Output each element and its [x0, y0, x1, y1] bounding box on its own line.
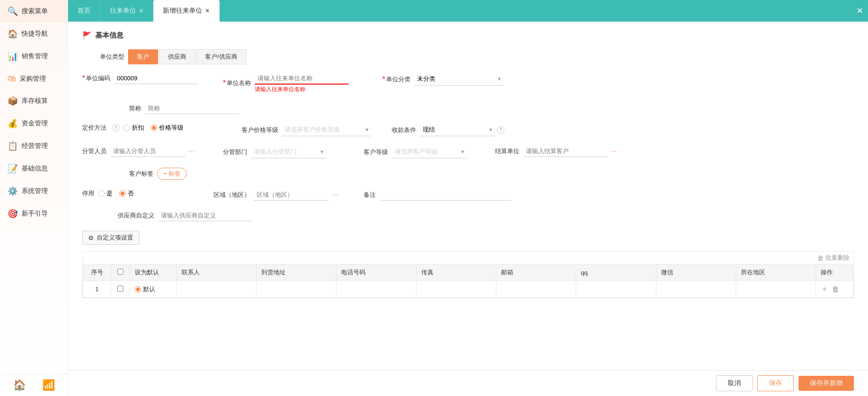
row-supplier-custom: 供应商自定义 — [82, 210, 854, 223]
alias-input[interactable] — [145, 103, 239, 114]
disabled-radio-yes[interactable]: 是 — [98, 189, 113, 198]
department-select[interactable]: 请输入分管部门 ▾ — [251, 146, 326, 158]
section-title-text: 基本信息 — [95, 31, 123, 40]
name-label: 单位名称 — [227, 79, 251, 87]
supplier-custom-input[interactable] — [158, 210, 252, 221]
td-contact — [177, 281, 257, 298]
tab-partner-list-label: 往来单位 — [110, 7, 136, 15]
region-table-input[interactable] — [741, 286, 811, 293]
payment-help-icon[interactable]: ? — [497, 126, 504, 134]
tab-new-partner-close[interactable]: ✕ — [205, 8, 210, 14]
customer-price-label: 客户价格等级 — [242, 126, 278, 134]
td-default: 默认 — [130, 281, 177, 298]
save-new-button[interactable]: 保存并新增 — [799, 376, 854, 391]
sidebar-item-basic-info[interactable]: 📝 基础信息 — [0, 157, 68, 180]
row-pricing: 定价方法 ? 折扣 价格等级 客户价格等级 请选择客户价格等级 — [82, 124, 854, 138]
td-fax — [416, 281, 496, 298]
unit-type-supplier[interactable]: 供应商 — [159, 49, 195, 64]
code-required-star: * — [82, 74, 85, 83]
name-input[interactable] — [255, 73, 349, 85]
manager-input[interactable] — [110, 146, 185, 157]
th-email: 邮箱 — [496, 264, 576, 281]
manager-more-btn[interactable]: ··· — [188, 147, 194, 155]
bottom-bar: 取消 保存 保存并新增 — [68, 370, 868, 396]
settlement-input[interactable] — [523, 146, 608, 157]
sidebar-stats-btn[interactable]: 📶 — [42, 379, 55, 391]
sidebar-item-newbie[interactable]: 🎯 新手引导 — [0, 202, 68, 225]
sidebar-item-system[interactable]: ⚙️ 系统管理 — [0, 180, 68, 202]
th-checkbox — [111, 264, 130, 281]
region-input[interactable] — [254, 189, 329, 201]
pricing-radio-discount-label: 折扣 — [132, 124, 144, 132]
supplier-custom-label: 供应商自定义 — [118, 211, 154, 220]
sidebar-item-inventory[interactable]: 📦 库存核算 — [0, 90, 68, 112]
department-chevron-icon: ▾ — [320, 148, 323, 155]
add-row-btn[interactable]: ＋ — [821, 284, 828, 294]
row-alias: 简称 — [82, 103, 854, 116]
tab-partner-list[interactable]: 往来单位 ✕ — [100, 0, 153, 22]
row-disabled: 停用 是 否 区域（地区） ··· 备注 — [82, 189, 854, 202]
region-more-btn[interactable]: ··· — [332, 191, 338, 199]
fax-input[interactable] — [421, 286, 491, 293]
field-pricing: 定价方法 ? 折扣 价格等级 — [82, 124, 232, 132]
tab-new-partner[interactable]: 新增往来单位 ✕ — [153, 0, 220, 22]
global-close-btn[interactable]: ✕ — [856, 6, 863, 16]
main-content: 首页 往来单位 ✕ 新增往来单位 ✕ ✕ 🚩 基本信息 单位类型 客户 供应商 … — [68, 0, 868, 396]
tab-home[interactable]: 首页 — [68, 0, 100, 22]
sidebar-item-finance[interactable]: 💰 资金管理 — [0, 112, 68, 135]
disabled-radio-group: 是 否 — [98, 189, 134, 198]
table-header: 序号 设为默认 联系人 到货地址 电话号码 传真 邮箱 qq 微信 所在地区 操… — [83, 264, 853, 281]
remark-input[interactable] — [380, 189, 511, 201]
row-default-radio[interactable]: 默认 — [135, 285, 172, 294]
bulk-delete-btn[interactable]: 🗑 批量删除 — [817, 254, 850, 262]
phone-input[interactable] — [341, 286, 411, 293]
wechat-input[interactable] — [661, 286, 731, 293]
add-tag-btn[interactable]: + 标签 — [157, 168, 187, 180]
sidebar-item-operations[interactable]: 📋 经营管理 — [0, 135, 68, 157]
disabled-radio-no[interactable]: 否 — [119, 189, 134, 198]
save-button[interactable]: 保存 — [757, 375, 794, 391]
address-input[interactable] — [261, 286, 331, 293]
settlement-more-btn[interactable]: ··· — [610, 147, 617, 155]
email-input[interactable] — [501, 286, 571, 293]
sidebar-home-btn[interactable]: 🏠 — [13, 379, 26, 391]
custom-settings-btn[interactable]: ⚙ 自定义项设置 — [82, 231, 139, 245]
qq-input[interactable] — [581, 286, 651, 293]
delete-row-btn[interactable]: 🗑 — [832, 285, 839, 294]
customer-price-select[interactable]: 请选择客户价格等级 ▾ — [282, 124, 371, 136]
name-required-star: * — [223, 79, 226, 87]
customer-level-select[interactable]: 请选择客户等级 ▾ — [392, 146, 467, 158]
pricing-radio-price-level[interactable]: 价格等级 — [151, 124, 183, 132]
code-input[interactable] — [114, 73, 198, 84]
sidebar-item-purchase[interactable]: 🛍 采购管理 — [0, 68, 68, 90]
sidebar-label-sales: 销售管理 — [22, 52, 48, 61]
th-select-all[interactable] — [117, 269, 123, 275]
sidebar-item-search[interactable]: 🔍 搜索菜单 — [0, 0, 68, 23]
field-name: * 单位名称 请输入往来单位名称 — [223, 73, 373, 93]
field-category: * 单位分类 未分类 ▾ — [382, 73, 503, 85]
disabled-radio-yes-label: 是 — [107, 189, 113, 198]
unit-type-both[interactable]: 客户/供应商 — [196, 49, 246, 64]
payment-select[interactable]: 现结 ▾ — [420, 124, 495, 136]
customer-level-label: 客户等级 — [364, 148, 388, 156]
basic-info-icon: 📝 — [8, 163, 18, 174]
sidebar-item-quick-nav[interactable]: 🏠 快捷导航 — [0, 23, 68, 45]
tab-partner-list-close[interactable]: ✕ — [139, 8, 144, 14]
payment-chevron-icon: ▾ — [489, 126, 492, 133]
pricing-help-icon[interactable]: ? — [112, 124, 120, 132]
cancel-button[interactable]: 取消 — [716, 375, 753, 391]
sidebar-item-sales[interactable]: 📊 销售管理 — [0, 45, 68, 68]
th-contact: 联系人 — [177, 264, 257, 281]
settlement-label: 结算单位 — [495, 147, 519, 155]
row-checkbox[interactable] — [117, 286, 123, 292]
pricing-radio-group: 折扣 价格等级 — [123, 124, 183, 132]
unit-type-customer[interactable]: 客户 — [128, 49, 158, 64]
contact-input[interactable] — [182, 286, 251, 293]
row-default-label: 默认 — [143, 285, 155, 294]
row-customer-tag: 客户标签 + 标签 — [82, 168, 854, 182]
pricing-radio-discount[interactable]: 折扣 — [123, 124, 144, 132]
category-select[interactable]: 未分类 ▾ — [414, 73, 503, 85]
disabled-radio-yes-circle — [98, 190, 105, 197]
th-fax: 传真 — [416, 264, 496, 281]
sidebar-label-inventory: 库存核算 — [22, 97, 48, 105]
